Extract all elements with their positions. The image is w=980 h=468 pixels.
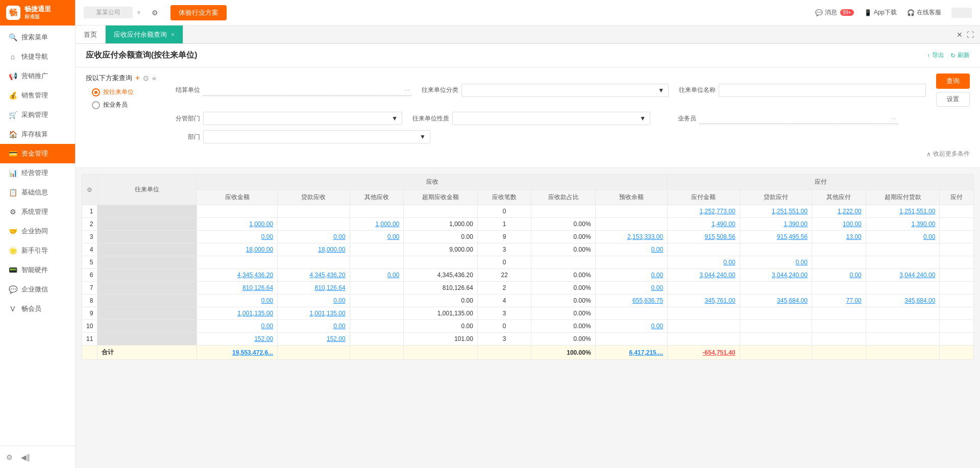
salesperson-input[interactable]: ···	[699, 113, 898, 124]
table-cell[interactable]: 152.00	[197, 333, 278, 346]
sidebar-item-basic[interactable]: 📋 基础信息	[0, 183, 75, 202]
sidebar-item-marketing[interactable]: 📢 营销推广	[0, 66, 75, 86]
table-cell[interactable]: 1,000.00	[350, 218, 404, 231]
table-cell[interactable]: 18,000.00	[197, 243, 278, 256]
promo-button[interactable]: 体验行业方案	[170, 5, 227, 20]
table-cell[interactable]: 0.00	[197, 294, 278, 307]
table-scroll[interactable]: ⚙ 往来单位 应收 应付 应收金额 贷款应收 其他应收 超期应收金额 应收笔数 …	[82, 174, 974, 360]
partner-name-input[interactable]	[719, 84, 926, 97]
table-cell[interactable]: 1,490.00	[668, 218, 740, 231]
table-cell[interactable]: 0.00	[595, 282, 668, 294]
tab-close-action[interactable]: ✕	[957, 31, 963, 39]
table-settings-icon[interactable]: ⚙	[87, 186, 92, 193]
table-cell[interactable]: 0.00	[595, 243, 668, 256]
table-cell[interactable]: 0.00	[278, 294, 350, 307]
table-cell[interactable]: 1,001,135.00	[278, 307, 350, 320]
table-cell[interactable]: 0.00	[278, 231, 350, 243]
table-cell[interactable]: 1,390.00	[740, 218, 812, 231]
tab-active[interactable]: 应收应付余额查询 ×	[106, 26, 183, 43]
table-cell[interactable]: 345,684.00	[740, 294, 812, 307]
table-cell[interactable]: 1,252,773.00	[668, 205, 740, 218]
table-cell[interactable]: 0.00	[350, 231, 404, 243]
tab-home[interactable]: 首页	[76, 26, 106, 43]
tab-close-btn[interactable]: ×	[171, 31, 175, 38]
sidebar-item-warehouse[interactable]: 🏠 库存核算	[0, 125, 75, 144]
table-cell[interactable]: 0.00	[197, 320, 278, 333]
message-btn[interactable]: 💬 消息 99+	[815, 8, 854, 17]
footer-pay-amt[interactable]: -654,751.40	[668, 346, 740, 360]
table-cell[interactable]: 77.00	[812, 294, 866, 307]
table-cell[interactable]: 13.00	[812, 231, 866, 243]
sidebar-collapse-btn[interactable]: ◀‖	[21, 453, 30, 461]
sidebar-item-guide[interactable]: 🌟 新手引导	[0, 241, 75, 260]
settlement-unit-input[interactable]: ···	[203, 85, 411, 96]
sidebar-item-sales[interactable]: 💰 销售管理	[0, 86, 75, 105]
table-cell[interactable]: 0.00	[595, 320, 668, 333]
table-cell[interactable]: 3,044,240.00	[668, 269, 740, 282]
dept-dropdown[interactable]: ▼	[203, 130, 430, 143]
scheme-option-partner[interactable]: 按往来单位	[86, 86, 156, 98]
table-cell[interactable]: 1,251,551.00	[866, 205, 940, 218]
sidebar-item-hardware[interactable]: 📟 智能硬件	[0, 260, 75, 280]
table-cell[interactable]: 1,251,551.00	[740, 205, 812, 218]
table-cell[interactable]: 345,761.00	[668, 294, 740, 307]
sidebar-item-member[interactable]: V 畅会员	[0, 299, 75, 318]
tab-maximize-action[interactable]: ⛶	[967, 31, 974, 39]
app-label: App下载	[874, 8, 897, 17]
add-scheme-btn[interactable]: +	[135, 73, 140, 83]
department-dropdown[interactable]: ▼	[203, 112, 402, 125]
table-cell[interactable]: 655,636.75	[595, 294, 668, 307]
sidebar-settings-btn[interactable]: ⚙	[6, 453, 13, 461]
table-cell[interactable]: 1,001,135.00	[197, 307, 278, 320]
table-cell[interactable]: 0.00	[197, 231, 278, 243]
setting-button[interactable]: 设置	[936, 92, 970, 107]
table-cell[interactable]: 0.00	[595, 269, 668, 282]
export-btn[interactable]: ↑ 导出	[927, 51, 944, 60]
table-cell[interactable]: 915,495.56	[740, 231, 812, 243]
table-cell[interactable]: 4,345,436.20	[278, 269, 350, 282]
table-cell[interactable]: 1,000.00	[197, 218, 278, 231]
table-cell[interactable]: 0.00	[812, 269, 866, 282]
header-settings-btn[interactable]: ⚙	[148, 6, 162, 20]
refresh-btn[interactable]: ↻ 刷新	[950, 51, 970, 60]
table-cell[interactable]: 2,153,333.00	[595, 231, 668, 243]
sidebar-item-purchase[interactable]: 🛒 采购管理	[0, 105, 75, 125]
sidebar-item-weixin[interactable]: 💬 企业微信	[0, 280, 75, 299]
table-cell	[740, 282, 812, 294]
table-cell[interactable]: 152.00	[278, 333, 350, 346]
table-cell[interactable]: 0.00	[278, 320, 350, 333]
collapse-conditions-btn[interactable]: ∧ 收起更多条件	[926, 146, 970, 161]
scheme-option-salesperson[interactable]: 按业务员	[86, 98, 156, 111]
app-download-btn[interactable]: 📱 App下载	[864, 8, 897, 17]
partner-category-dropdown[interactable]: ▼	[461, 84, 669, 97]
sidebar-item-finance[interactable]: 💳 资金管理	[0, 144, 75, 163]
collapse-scheme-btn[interactable]: «	[152, 74, 156, 82]
app-icon: 📱	[864, 9, 872, 16]
edit-scheme-btn[interactable]: ⊙	[143, 74, 149, 82]
table-cell[interactable]: 3,044,240.00	[740, 269, 812, 282]
sidebar-item-system[interactable]: ⚙ 系统管理	[0, 202, 75, 221]
table-cell[interactable]: 0.00	[740, 256, 812, 269]
table-cell[interactable]: 3,044,240.00	[866, 269, 940, 282]
table-cell[interactable]: 4,345,436.20	[197, 269, 278, 282]
table-cell[interactable]: 0.00	[350, 269, 404, 282]
table-cell[interactable]: 0.00	[866, 231, 940, 243]
table-cell[interactable]: 1,222.00	[812, 205, 866, 218]
query-button[interactable]: 查询	[936, 73, 970, 89]
sidebar-item-corp[interactable]: 🤝 企业协同	[0, 221, 75, 241]
footer-recv-amt[interactable]: 19,553,472,6...	[197, 346, 278, 360]
footer-prepaid-bal[interactable]: 6,417,215....	[595, 346, 668, 360]
sidebar-item-operation[interactable]: 📊 经营管理	[0, 163, 75, 183]
table-cell[interactable]: 0.00	[668, 256, 740, 269]
table-cell[interactable]: 345,684.00	[866, 294, 940, 307]
table-cell[interactable]: 18,000.00	[278, 243, 350, 256]
table-cell[interactable]: 100.00	[812, 218, 866, 231]
sidebar-item-quick[interactable]: ⌂ 快捷导航	[0, 47, 75, 66]
table-cell[interactable]: 810,126.64	[278, 282, 350, 294]
sidebar-item-search[interactable]: 🔍 搜索菜单	[0, 28, 75, 47]
online-service-btn[interactable]: 🎧 在线客服	[907, 8, 941, 17]
table-cell[interactable]: 915,508.56	[668, 231, 740, 243]
table-cell[interactable]: 1,390.00	[866, 218, 940, 231]
partner-nature-dropdown[interactable]: ▼	[452, 112, 650, 125]
table-cell[interactable]: 810,126.64	[197, 282, 278, 294]
